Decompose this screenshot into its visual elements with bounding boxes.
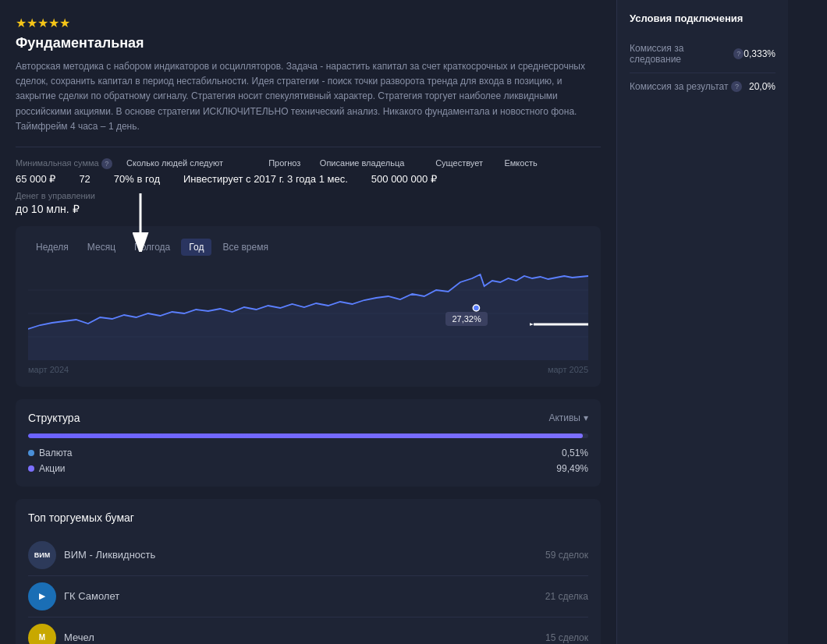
follow-fee-value: 0,333% [744, 48, 776, 59]
vim-name: ВИМ - Ликвидность [64, 549, 155, 561]
chart-card: Неделя Месяц Полгода Год Все время 27,32… [16, 226, 601, 387]
sidebar: Условия подключения Комиссия за следован… [616, 0, 788, 644]
security-item-vim: ВИМ ВИМ - Ликвидность 59 сделок [28, 535, 588, 576]
mechel-trades: 15 сделок [545, 632, 588, 643]
vim-trades: 59 сделок [545, 550, 588, 561]
strategy-title: Фундаментальная [16, 35, 601, 51]
tab-year[interactable]: Год [181, 239, 211, 256]
tab-alltime[interactable]: Все время [215, 239, 275, 256]
svg-point-6 [473, 305, 479, 311]
chart-date-start: март 2024 [28, 365, 69, 374]
min-sum-help-icon[interactable]: ? [101, 158, 112, 169]
mechel-logo: M [28, 624, 56, 644]
svg-marker-5 [28, 274, 588, 360]
tab-halfyear[interactable]: Полгода [126, 239, 178, 256]
tab-month[interactable]: Месяц [80, 239, 123, 256]
currency-pct: 0,51% [562, 448, 588, 458]
chevron-down-icon: ▾ [584, 412, 588, 423]
structure-card: Структура Активы ▾ Валюта 0,51% Акции [16, 399, 601, 487]
meta-row: Минимальная сумма ? Сколько людей следую… [16, 158, 601, 185]
mechel-name: Мечел [64, 632, 94, 643]
capacity-value: 500 000 000 ₽ [371, 173, 437, 185]
strategy-stars: ★★★★★ [16, 16, 601, 30]
stocks-label: Акции [39, 463, 66, 474]
sidebar-title: Условия подключения [630, 12, 776, 24]
samolet-name: ГК Самолет [64, 590, 119, 602]
stocks-dot [28, 465, 34, 472]
structure-item-stocks: Акции 99,49% [28, 463, 588, 474]
structure-title: Структура [28, 412, 80, 424]
top-securities-title: Топ торгуемых бумаг [28, 511, 588, 524]
security-item-samolet: ▶ ГК Самолет 21 сделка [28, 576, 588, 617]
stocks-pct: 99,49% [556, 463, 588, 474]
divider-1 [16, 147, 601, 147]
chart-dates: март 2024 март 2025 [28, 365, 588, 374]
structure-items: Валюта 0,51% Акции 99,49% [28, 448, 588, 474]
structure-progress-bar [28, 433, 588, 438]
currency-label: Валюта [39, 448, 72, 458]
sidebar-row-follow-fee: Комиссия за следование ? 0,333% [630, 35, 776, 73]
sidebar-row-result-fee: Комиссия за результат ? 20,0% [630, 73, 776, 100]
result-fee-label: Комиссия за результат [630, 81, 728, 92]
strategy-description: Авторская методика с набором индикаторов… [16, 59, 601, 134]
time-tabs: Неделя Месяц Полгода Год Все время [28, 239, 588, 256]
followers-value: 72 [79, 173, 90, 185]
chart-area: 27,32% [28, 267, 588, 360]
owner-value: Инвестирует с 2017 г. 3 года 1 мес. [183, 173, 348, 185]
currency-dot [28, 450, 34, 456]
result-fee-help-icon[interactable]: ? [731, 81, 742, 92]
follow-fee-help-icon[interactable]: ? [733, 48, 744, 59]
min-sum-value: 65 000 ₽ [16, 173, 55, 185]
meta-min-sum-label: Минимальная сумма ? Сколько людей следую… [16, 158, 538, 169]
forecast-value: 70% в год [114, 173, 160, 185]
chart-svg [28, 267, 588, 360]
samolet-trades: 21 сделка [545, 591, 588, 602]
samolet-logo: ▶ [28, 582, 56, 610]
structure-item-currency: Валюта 0,51% [28, 448, 588, 458]
security-item-mechel: M Мечел 15 сделок [28, 617, 588, 644]
chart-date-end: март 2025 [548, 365, 588, 374]
top-securities-card: Топ торгуемых бумаг ВИМ ВИМ - Ликвидност… [16, 499, 601, 644]
money-mgmt-value: до 10 млн. ₽ [16, 203, 601, 215]
tab-week[interactable]: Неделя [28, 239, 76, 256]
structure-progress-fill [28, 433, 583, 438]
assets-button[interactable]: Активы ▾ [548, 412, 588, 423]
structure-header: Структура Активы ▾ [28, 412, 588, 424]
result-fee-value: 20,0% [749, 81, 776, 92]
money-mgmt: Денег в управлении до 10 млн. ₽ [16, 191, 601, 215]
arrow-left [530, 309, 592, 340]
follow-fee-label: Комиссия за следование [630, 43, 730, 65]
chart-tooltip: 27,32% [445, 312, 487, 326]
money-mgmt-label: Денег в управлении [16, 191, 601, 200]
vim-logo: ВИМ [28, 541, 56, 569]
meta-min-sum: Минимальная сумма ? Сколько людей следую… [16, 158, 538, 185]
